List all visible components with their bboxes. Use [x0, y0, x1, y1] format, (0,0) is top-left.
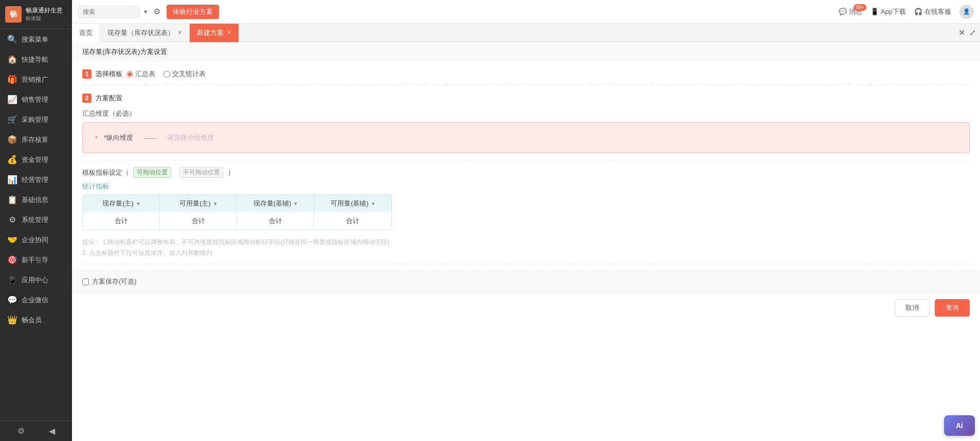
save-checkbox[interactable]: [82, 279, 89, 285]
divider2: [82, 160, 970, 161]
sidebar-item-label: 搜索菜单: [22, 35, 48, 44]
tip-1: 提示： 1.拖动标题栏可以调整布局，不可跨维度或指标区域拖动标目字段(只能在同一…: [82, 238, 970, 247]
query-button[interactable]: 查询: [935, 299, 970, 317]
sidebar-item-inventory[interactable]: 📦 库存核算: [0, 130, 72, 150]
sidebar-item-basic-info[interactable]: 📋 基础信息: [0, 190, 72, 210]
search-dropdown-icon[interactable]: ▾: [144, 8, 147, 15]
close-window-icon[interactable]: ✕: [958, 28, 965, 38]
col-header-1[interactable]: 可用量(主) ▾: [160, 195, 237, 212]
stats-label: 统计指标: [82, 182, 970, 191]
radio-summary[interactable]: 汇总表: [126, 69, 155, 79]
trial-button[interactable]: 体验行业方案: [167, 5, 219, 19]
col-dropdown-0[interactable]: ▾: [137, 200, 140, 207]
tab-new-plan[interactable]: 新建方案 ✕: [190, 24, 239, 42]
sidebar-item-label: 快捷导航: [22, 55, 48, 64]
indicator-config-prefix: 模板指标设定（: [82, 168, 129, 177]
topbar-right: 💬 消息 99+ 📱 App下载 🎧 在线客服 👤: [839, 5, 974, 19]
col-body-label-0: 合计: [115, 216, 128, 226]
logo-icon: 畅: [5, 6, 22, 23]
radio-cross-input[interactable]: [164, 71, 170, 78]
sidebar-item-label: 基础信息: [22, 195, 48, 205]
radio-summary-input[interactable]: [126, 71, 133, 78]
expand-window-icon[interactable]: ⤢: [969, 28, 976, 38]
user-avatar[interactable]: 👤: [959, 5, 974, 19]
col-header-label-1: 可用量(主): [179, 199, 211, 208]
sidebar-item-operation[interactable]: 📊 经营管理: [0, 170, 72, 190]
sidebar-menu: 🔍 搜索菜单 🏠 快捷导航 🎁 营销推广 📈 销售管理 🛒 采购管理 📦 库存核…: [0, 29, 72, 420]
sidebar-item-finance[interactable]: 💰 资金管理: [0, 150, 72, 170]
tab-inventory-close[interactable]: ✕: [177, 29, 182, 36]
message-button[interactable]: 💬 消息 99+: [839, 7, 862, 16]
sidebar-item-enterprise[interactable]: 🤝 企业协同: [0, 230, 72, 250]
radio-cross[interactable]: 交叉统计表: [164, 69, 206, 79]
sidebar-item-marketing[interactable]: 🎁 营销推广: [0, 69, 72, 89]
sidebar-item-search-menu[interactable]: 🔍 搜索菜单: [0, 29, 72, 49]
col-header-label-3: 可用量(基辅): [331, 199, 369, 208]
app-label: App下载: [881, 7, 906, 16]
col-body-2: 合计: [237, 212, 314, 230]
step1-title: 1 选择模板 汇总表 交叉统计表: [82, 69, 970, 79]
sales-icon: 📈: [7, 95, 17, 104]
col-header-label-0: 现存量(主): [102, 199, 134, 208]
collapse-icon[interactable]: ◀: [49, 426, 55, 436]
tab-inventory[interactable]: 现存量（库存状况表） ✕: [100, 24, 190, 42]
sidebar-item-app-center[interactable]: 📱 应用中心: [0, 270, 72, 290]
finance-icon: 💰: [7, 155, 17, 164]
bottom-bar: 方案保存(可选): [72, 270, 980, 292]
page-title: 现存量(库存状况表)方案设置: [82, 48, 167, 56]
step1-label: 选择模板: [96, 69, 122, 79]
non-draggable-badge: 不可拖动位置: [179, 167, 224, 178]
col-dropdown-1[interactable]: ▾: [214, 200, 217, 207]
col-header-2[interactable]: 现存量(基辅) ▾: [237, 195, 314, 212]
sidebar-item-newbie[interactable]: 🎯 新手引导: [0, 250, 72, 270]
service-button[interactable]: 🎧 在线客服: [914, 7, 951, 16]
col-body-label-2: 合计: [269, 216, 282, 226]
sidebar-item-quick-nav[interactable]: 🏠 快捷导航: [0, 49, 72, 69]
app-name: 畅康通好生意: [26, 7, 63, 15]
ai-float-button[interactable]: Ai: [944, 415, 975, 436]
col-header-3[interactable]: 可用量(基辅) ▾: [314, 195, 391, 212]
sidebar-item-wechat[interactable]: 💬 企业微信: [0, 290, 72, 310]
enterprise-icon: 🤝: [7, 235, 17, 245]
settings-bottom-icon[interactable]: ⚙: [17, 426, 25, 436]
search-menu-icon: 🔍: [7, 34, 17, 44]
sidebar-item-member[interactable]: 👑 畅会员: [0, 310, 72, 330]
service-label: 在线客服: [924, 7, 951, 16]
col-dropdown-2[interactable]: ▾: [294, 200, 297, 207]
topbar: ▾ ⚙ 体验行业方案 💬 消息 99+ 📱 App下载 🎧 在线客服 👤: [72, 0, 980, 24]
gear-icon[interactable]: ⚙: [153, 7, 160, 16]
indicator-suffix: ）: [228, 168, 234, 177]
sidebar-item-system[interactable]: ⚙ 系统管理: [0, 210, 72, 230]
tab-new-plan-close[interactable]: ✕: [227, 29, 231, 36]
required-star: *: [95, 134, 98, 142]
tab-home[interactable]: 首页: [72, 24, 100, 42]
step1-section: 1 选择模板 汇总表 交叉统计表: [82, 69, 970, 79]
col-header-0[interactable]: 现存量(主) ▾: [83, 195, 160, 212]
sidebar-item-sales[interactable]: 📈 销售管理: [0, 89, 72, 109]
col-dropdown-3[interactable]: ▾: [372, 200, 375, 207]
step2-badge: 2: [82, 94, 92, 103]
tips-section: 提示： 1.拖动标题栏可以调整布局，不可跨维度或指标区域拖动标目字段(只能在同一…: [82, 238, 970, 258]
tab-new-plan-label: 新建方案: [197, 28, 224, 38]
draggable-badge: 可拖动位置: [133, 167, 171, 178]
stats-table-body: 合计 合计 合计 合计: [83, 212, 391, 230]
sidebar-item-label: 销售管理: [22, 95, 48, 104]
indicator-config-title: 模板指标设定（ 可拖动位置 不可拖动位置 ）: [82, 167, 970, 178]
newbie-icon: 🎯: [7, 255, 17, 265]
save-option[interactable]: 方案保存(可选): [82, 277, 970, 286]
divider3: [82, 264, 970, 264]
app-download-button[interactable]: 📱 App下载: [870, 7, 906, 16]
sidebar-bottom: ⚙ ◀: [0, 420, 72, 441]
divider1: [82, 85, 970, 85]
col-body-label-1: 合计: [192, 216, 205, 226]
search-input[interactable]: [78, 6, 140, 18]
sidebar-item-label: 资金管理: [22, 155, 48, 164]
sidebar-item-label: 畅会员: [22, 316, 42, 325]
sidebar-item-label: 企业协同: [22, 235, 48, 245]
tabbar: 首页 现存量（库存状况表） ✕ 新建方案 ✕ ✕ ⤢: [72, 24, 980, 42]
cancel-button[interactable]: 取消: [895, 299, 930, 317]
sidebar-item-purchase[interactable]: 🛒 采购管理: [0, 109, 72, 130]
system-icon: ⚙: [7, 215, 17, 225]
col-body-1: 合计: [160, 212, 237, 230]
dimension-placeholder[interactable]: 请选择分组维度: [167, 133, 214, 142]
